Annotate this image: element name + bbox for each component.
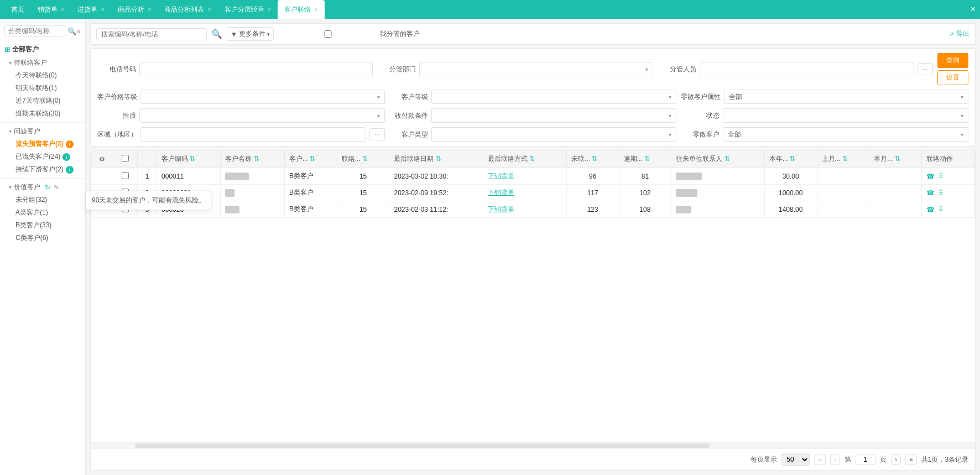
settings-icon[interactable]: ⚙ [99, 155, 105, 163]
retail-attr-field: 零散客户属性 全部 ▾ [681, 90, 968, 104]
row-checkbox[interactable] [122, 172, 129, 179]
tab-sales[interactable]: 销货单 × [31, 0, 71, 19]
page-size-select[interactable]: 50 100 200 [781, 453, 810, 466]
refresh-icon[interactable]: ↻ [45, 184, 50, 191]
action-more-icon[interactable]: ⠿ [939, 189, 943, 197]
action-link-icon[interactable]: ☎ [926, 173, 935, 180]
sidebar-item-declining[interactable]: 持续下滑客户(2) i [0, 163, 85, 176]
manager-field: 分管人员 ··· [658, 62, 933, 76]
sidebar-item-a-class[interactable]: A类客户(1) [0, 206, 85, 219]
action-link-icon[interactable]: ☎ [926, 206, 935, 213]
sidebar-item-overdue-contact[interactable]: 逾期未联络(30) [0, 107, 85, 120]
th-contacts[interactable]: 往来单位联系人 ⇅ [671, 150, 764, 168]
declining-label: 持续下滑客户(2) [15, 165, 64, 174]
action-more-icon[interactable]: ⠿ [939, 206, 943, 213]
next-page-button[interactable]: › [891, 454, 901, 465]
select-all-checkbox[interactable] [122, 155, 129, 162]
sidebar-item-ungroup[interactable]: 未分组(32) [0, 194, 85, 206]
table-row: 2 00030031 █ B类客户 15 2023-02-09 19:52: 下… [91, 185, 975, 201]
th-settings[interactable]: ⚙ [91, 150, 113, 168]
th-last-way[interactable]: 最后联络方式 ⇅ [483, 150, 567, 168]
tab-analysis-close[interactable]: × [148, 0, 151, 19]
tab-purchase[interactable]: 进货单 × [71, 0, 111, 19]
last-page-button[interactable]: » [905, 454, 917, 465]
td-last-month [817, 168, 869, 185]
sidebar-item-at-risk[interactable]: 流失预警客户(3) ! [0, 138, 85, 150]
retail-customer-chevron: ▾ [961, 132, 963, 138]
tab-home[interactable]: 首页 [4, 0, 31, 19]
customer-level-select[interactable]: ▾ [431, 90, 677, 104]
my-customers-checkbox[interactable] [278, 30, 378, 38]
manager-ellipsis[interactable]: ··· [918, 63, 933, 75]
nature-label: 性质 [97, 111, 136, 121]
export-button[interactable]: ↗ 导出 [948, 29, 969, 39]
sidebar-section-value[interactable]: ▾ 价值客户 ↻ ✎ [0, 181, 85, 194]
search-input[interactable] [96, 28, 207, 40]
all-customers-title[interactable]: ⊞ 全部客户 [0, 43, 85, 56]
table-scroll-area[interactable]: ⚙ 客户编码 ⇅ 客户名称 ⇅ 客户... ⇅ 联络... ⇅ 最后联络日期 ⇅ [91, 150, 975, 442]
payment-select[interactable]: ▾ [431, 108, 677, 123]
sidebar-search-icon[interactable]: 🔍 [67, 27, 76, 35]
edit-icon[interactable]: ✎ [54, 184, 59, 191]
action-more-icon[interactable]: ⠿ [939, 173, 943, 180]
region-input-area[interactable] [140, 127, 366, 142]
sidebar-item-tomorrow[interactable]: 明天待联络(1) [0, 82, 85, 95]
last-way-link[interactable]: 下销货单 [488, 205, 514, 213]
price-level-select[interactable]: ▾ [140, 90, 385, 104]
th-last-date[interactable]: 最后联络日期 ⇅ [389, 150, 483, 168]
retail-customer-select[interactable]: 全部 ▾ [723, 127, 968, 142]
last-way-link[interactable]: 下销货单 [488, 189, 514, 196]
th-this-month[interactable]: 本月... ⇅ [869, 150, 922, 168]
sidebar-item-lost[interactable]: 已流失客户(24) i [0, 150, 85, 163]
tab-purchase-close[interactable]: × [101, 0, 104, 19]
sidebar-item-week[interactable]: 近7天待联络(0) [0, 95, 85, 107]
scrollbar-track[interactable] [135, 443, 710, 448]
nature-select[interactable]: ▾ [139, 108, 385, 123]
action-link-icon[interactable]: ☎ [926, 189, 935, 197]
page-number-input[interactable] [856, 454, 875, 465]
dept-select[interactable]: ▾ [419, 62, 653, 76]
th-code[interactable]: 客户编码 ⇅ [157, 150, 221, 168]
retail-attr-chevron: ▾ [961, 94, 963, 100]
sidebar-item-c-class[interactable]: C类客户(6) [0, 232, 85, 244]
chevron-down-icon: ▾ [267, 32, 270, 37]
tab-analysis[interactable]: 商品分析 × [111, 0, 158, 19]
close-all-button[interactable]: × [971, 4, 976, 14]
th-type[interactable]: 客户... ⇅ [284, 150, 337, 168]
setting-button[interactable]: 设置 [937, 70, 968, 85]
region-ellipsis[interactable]: ··· [369, 128, 385, 140]
tab-sales-close[interactable]: × [61, 0, 64, 19]
customer-type-select[interactable]: ▾ [431, 127, 677, 142]
th-this-year[interactable]: 本年... ⇅ [764, 150, 817, 168]
sidebar-section-pending[interactable]: ▾ 待联络客户 [0, 56, 85, 69]
th-overdue[interactable]: 逾期... ⇅ [619, 150, 671, 168]
tab-customer-segment-close[interactable]: × [268, 0, 271, 19]
tab-customer-connect-close[interactable]: × [314, 0, 317, 19]
th-name[interactable]: 客户名称 ⇅ [221, 150, 284, 168]
manager-input-area[interactable] [700, 62, 914, 76]
tab-customer-connect[interactable]: 客户联络 × [278, 0, 324, 19]
th-contact[interactable]: 联络... ⇅ [337, 150, 389, 168]
tab-analysis-list-close[interactable]: × [207, 0, 211, 19]
sidebar-item-today[interactable]: 今天待联络(0) [0, 69, 85, 82]
more-conditions-button[interactable]: ▼ 更多条件 ▾ [227, 27, 274, 41]
tab-analysis-list[interactable]: 商品分析列表 × [158, 0, 217, 19]
last-way-link[interactable]: 下销货单 [488, 172, 514, 180]
tab-customer-segment[interactable]: 客户分层经营 × [218, 0, 278, 19]
td-last-way: 下销货单 [483, 168, 567, 185]
sidebar-search-input[interactable] [4, 25, 65, 36]
th-uncontacted[interactable]: 未联... ⇅ [566, 150, 619, 168]
sidebar-section-problem[interactable]: ▾ 问题客户 [0, 125, 85, 138]
status-select[interactable]: ▾ [723, 108, 968, 123]
th-last-month[interactable]: 上月... ⇅ [817, 150, 869, 168]
retail-attr-select[interactable]: 全部 ▾ [724, 90, 968, 104]
sidebar-collapse-button[interactable]: « [76, 27, 81, 35]
filter-bar: 🔍 ▼ 更多条件 ▾ 我分管的客户 ↗ 导出 [90, 23, 976, 45]
sidebar-item-b-class[interactable]: B类客户(33) [0, 219, 85, 232]
phone-input[interactable] [139, 62, 373, 76]
first-page-button[interactable]: « [814, 454, 826, 465]
search-button[interactable]: 🔍 [211, 29, 222, 39]
query-button[interactable]: 查询 [937, 53, 968, 68]
prev-page-button[interactable]: ‹ [830, 454, 840, 465]
horizontal-scrollbar[interactable] [91, 442, 975, 448]
